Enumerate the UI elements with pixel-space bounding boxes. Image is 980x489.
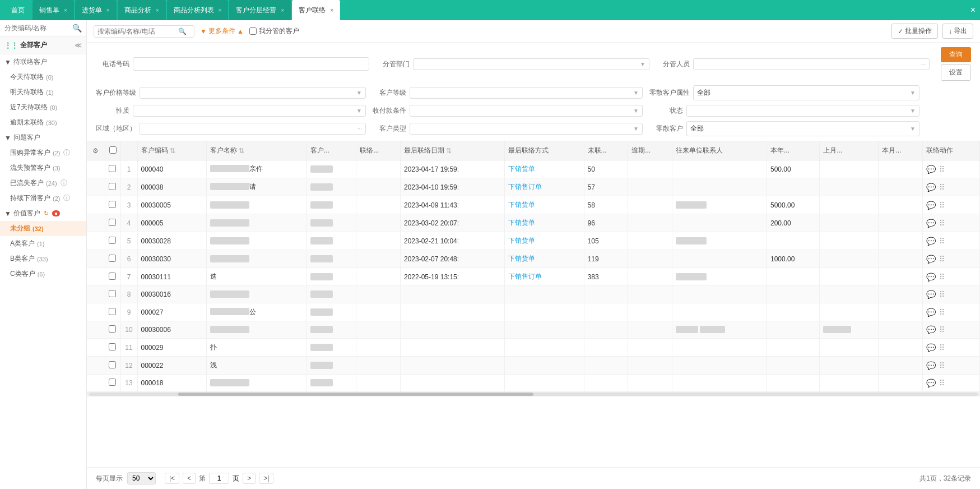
tab-purchase[interactable]: 进货单 × xyxy=(75,0,117,20)
sidebar-group-value[interactable]: ▼ 价值客户 ↻ ● xyxy=(0,206,86,221)
call-icon[interactable]: 💬 xyxy=(926,308,936,317)
row-checkbox[interactable] xyxy=(109,290,116,297)
contact-method-link[interactable]: 下销货单 xyxy=(508,165,535,173)
tab-goods-analysis-close[interactable]: × xyxy=(156,7,159,13)
row-checkbox[interactable] xyxy=(109,343,116,350)
filter-input-phone[interactable] xyxy=(133,57,369,71)
sidebar-item-today[interactable]: 今天待联络 (0) xyxy=(0,70,86,85)
tab-customer-contact[interactable]: 客户联络 × xyxy=(292,0,340,20)
col-settings[interactable]: ⚙ xyxy=(87,141,105,160)
more-action-icon[interactable]: ⠿ xyxy=(939,273,945,282)
call-icon[interactable]: 💬 xyxy=(926,343,936,352)
filter-select-retail-attr[interactable]: 全部 ▼ xyxy=(693,85,919,100)
call-icon[interactable]: 💬 xyxy=(926,361,936,370)
call-icon[interactable]: 💬 xyxy=(926,255,936,264)
sidebar-item-class-b[interactable]: B类客户 (33) xyxy=(0,251,86,266)
contact-method-link[interactable]: 下销售订单 xyxy=(508,273,542,280)
sidebar-group-problem[interactable]: ▼ 问题客户 xyxy=(0,130,86,145)
page-size-select[interactable]: 50 100 xyxy=(127,472,156,485)
tab-customer-contact-close[interactable]: × xyxy=(330,7,333,13)
more-action-icon[interactable]: ⠿ xyxy=(939,325,945,334)
more-action-icon[interactable]: ⠿ xyxy=(939,183,945,192)
first-page-btn[interactable]: |< xyxy=(165,473,179,484)
tab-home[interactable]: 首页 xyxy=(4,0,31,20)
next-page-btn[interactable]: > xyxy=(243,473,256,484)
close-all-tabs[interactable]: × xyxy=(970,5,976,15)
select-all-checkbox[interactable] xyxy=(109,146,117,154)
more-action-icon[interactable]: ⠿ xyxy=(939,255,945,264)
tab-sales[interactable]: 销售单 × xyxy=(32,0,74,20)
tab-goods-analysis-list[interactable]: 商品分析列表 × xyxy=(167,0,229,20)
tab-customer-segment-close[interactable]: × xyxy=(281,7,284,13)
contact-method-link[interactable]: 下销售订单 xyxy=(508,183,542,191)
sidebar-item-class-a[interactable]: A类客户 (1) xyxy=(0,236,86,251)
row-checkbox[interactable] xyxy=(109,255,116,262)
horizontal-scrollbar[interactable] xyxy=(87,392,980,396)
more-conditions-btn[interactable]: ▼ 更多条件 ▲ xyxy=(200,26,244,36)
more-action-icon[interactable]: ⠿ xyxy=(939,361,945,370)
row-checkbox[interactable] xyxy=(109,165,116,172)
call-icon[interactable]: 💬 xyxy=(926,379,936,387)
row-checkbox[interactable] xyxy=(109,325,116,333)
query-btn[interactable]: 查询 xyxy=(941,47,971,62)
filter-select-dept[interactable]: ▼ xyxy=(413,58,649,70)
sidebar-all-customers[interactable]: ⋮⋮ 全部客户 ≪ xyxy=(0,36,86,54)
search-icon[interactable]: 🔍 xyxy=(178,27,187,35)
row-checkbox[interactable] xyxy=(109,273,116,280)
row-checkbox[interactable] xyxy=(109,361,116,368)
more-action-icon[interactable]: ⠿ xyxy=(939,343,945,352)
row-checkbox[interactable] xyxy=(109,219,116,226)
call-icon[interactable]: 💬 xyxy=(926,237,936,246)
filter-select-status[interactable]: ▼ xyxy=(686,105,919,117)
row-checkbox[interactable] xyxy=(109,183,116,190)
search-input[interactable] xyxy=(97,27,176,35)
filter-select-region[interactable]: ··· xyxy=(140,123,366,135)
filter-select-retail-customer[interactable]: 全部 ▼ xyxy=(686,121,919,136)
row-checkbox[interactable] xyxy=(109,201,116,208)
tab-goods-analysis-list-close[interactable]: × xyxy=(219,7,222,13)
sidebar-search-input[interactable] xyxy=(4,24,70,32)
scroll-thumb[interactable] xyxy=(178,393,533,396)
sidebar-collapse-icon[interactable]: ≪ xyxy=(75,41,82,49)
page-input[interactable] xyxy=(209,473,229,484)
sidebar-item-tomorrow[interactable]: 明天待联络 (1) xyxy=(0,85,86,100)
filter-select-manager[interactable]: ··· xyxy=(693,58,930,70)
filter-select-payment[interactable]: ▼ xyxy=(410,105,643,117)
sort-icon-name[interactable]: ⇅ xyxy=(239,147,244,155)
prev-page-btn[interactable]: < xyxy=(183,473,196,484)
sidebar-item-ungrouped[interactable]: 未分组 (32) xyxy=(0,221,86,236)
my-customer-checkbox[interactable] xyxy=(249,27,257,35)
sidebar-item-churn-warning[interactable]: 流失预警客户 (3) xyxy=(0,160,86,176)
more-action-icon[interactable]: ⠿ xyxy=(939,201,945,210)
call-icon[interactable]: 💬 xyxy=(926,201,936,210)
export-btn[interactable]: ↓ 导出 xyxy=(942,24,973,39)
contact-method-link[interactable]: 下销货单 xyxy=(508,255,535,262)
sidebar-item-overdue[interactable]: 逾期未联络 (30) xyxy=(0,115,86,130)
row-checkbox[interactable] xyxy=(109,308,116,315)
contact-method-link[interactable]: 下销货单 xyxy=(508,219,535,227)
call-icon[interactable]: 💬 xyxy=(926,165,936,174)
row-checkbox[interactable] xyxy=(109,379,116,386)
last-page-btn[interactable]: >| xyxy=(259,473,273,484)
call-icon[interactable]: 💬 xyxy=(926,219,936,228)
tab-sales-close[interactable]: × xyxy=(64,7,67,13)
contact-method-link[interactable]: 下销货单 xyxy=(508,201,535,209)
more-action-icon[interactable]: ⠿ xyxy=(939,379,945,387)
call-icon[interactable]: 💬 xyxy=(926,325,936,334)
sidebar-item-churned[interactable]: 已流失客户 (24) ⓘ xyxy=(0,176,86,191)
sidebar-item-declining[interactable]: 持续下滑客户 (2) ⓘ xyxy=(0,191,86,206)
filter-select-price-level[interactable]: ▼ xyxy=(140,87,366,99)
sidebar-item-hoarding[interactable]: 囤购异常客户 (2) ⓘ xyxy=(0,145,86,160)
filter-select-nature[interactable]: ▼ xyxy=(133,105,366,117)
filter-select-customer-level[interactable]: ▼ xyxy=(410,87,643,99)
row-checkbox[interactable] xyxy=(109,237,116,244)
refresh-icon[interactable]: ↻ xyxy=(44,210,49,217)
reset-btn[interactable]: 设置 xyxy=(941,64,971,81)
tab-purchase-close[interactable]: × xyxy=(106,7,110,13)
my-customer-filter[interactable]: 我分管的客户 xyxy=(249,26,299,36)
tab-customer-segment[interactable]: 客户分层经营 × xyxy=(229,0,291,20)
more-action-icon[interactable]: ⠿ xyxy=(939,165,945,174)
more-action-icon[interactable]: ⠿ xyxy=(939,290,945,299)
sort-icon-code[interactable]: ⇅ xyxy=(170,147,175,155)
settings-icon[interactable]: ⚙ xyxy=(92,147,99,155)
